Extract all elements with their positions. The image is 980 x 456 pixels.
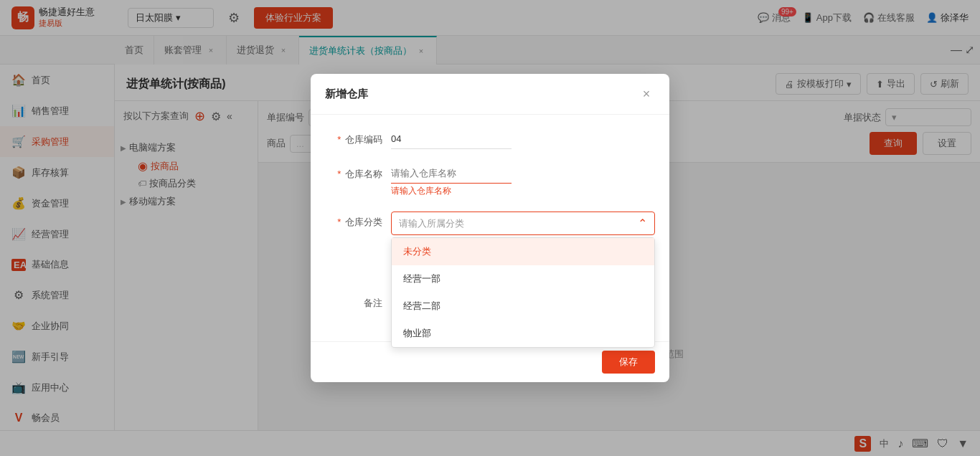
modal-close-button[interactable]: × — [638, 85, 655, 103]
warehouse-name-field: 请输入仓库名称 — [391, 163, 655, 197]
category-dropdown[interactable]: 请输入所属分类 ⌃ — [391, 212, 655, 235]
warehouse-code-field — [391, 129, 655, 149]
category-placeholder: 请输入所属分类 — [399, 217, 464, 230]
warehouse-code-label: * 仓库编码 — [325, 129, 382, 146]
save-button[interactable]: 保存 — [602, 351, 655, 374]
warehouse-name-error: 请输入仓库名称 — [391, 185, 655, 197]
warehouse-name-input[interactable] — [391, 163, 512, 184]
dropdown-item-dept1[interactable]: 经营一部 — [392, 265, 654, 293]
remark-label: 备注 — [325, 293, 382, 310]
warehouse-category-field: 请输入所属分类 ⌃ 未分类 经营一部 经营二部 物业部 — [391, 212, 655, 235]
category-arrow-icon: ⌃ — [638, 217, 647, 230]
dropdown-option-0: 未分类 — [403, 246, 431, 257]
warehouse-name-label: * 仓库名称 — [325, 163, 382, 181]
warehouse-code-row: * 仓库编码 — [325, 129, 655, 149]
warehouse-code-input[interactable] — [391, 129, 512, 149]
warehouse-category-label: * 仓库分类 — [325, 212, 382, 229]
dropdown-option-3: 物业部 — [403, 328, 431, 338]
dropdown-option-1: 经营一部 — [403, 273, 440, 284]
required-star-cat: * — [337, 217, 341, 227]
modal-body: * 仓库编码 * 仓库名称 请输入仓库名称 * 仓库分类 — [311, 115, 669, 341]
required-star: * — [337, 134, 341, 145]
warehouse-category-row: * 仓库分类 请输入所属分类 ⌃ 未分类 经营一部 经营二部 — [325, 212, 655, 235]
new-warehouse-modal: 新增仓库 × * 仓库编码 * 仓库名称 请输入仓库名称 — [311, 74, 669, 382]
required-star-name: * — [337, 168, 341, 179]
modal-title: 新增仓库 — [325, 87, 368, 101]
dropdown-item-uncategorized[interactable]: 未分类 — [392, 238, 654, 265]
modal-header: 新增仓库 × — [311, 74, 669, 115]
category-dropdown-list: 未分类 经营一部 经营二部 物业部 — [391, 237, 655, 348]
dropdown-option-2: 经营二部 — [403, 300, 440, 311]
warehouse-name-row: * 仓库名称 请输入仓库名称 — [325, 163, 655, 197]
dropdown-item-property[interactable]: 物业部 — [392, 320, 654, 347]
dropdown-item-dept2[interactable]: 经营二部 — [392, 293, 654, 320]
